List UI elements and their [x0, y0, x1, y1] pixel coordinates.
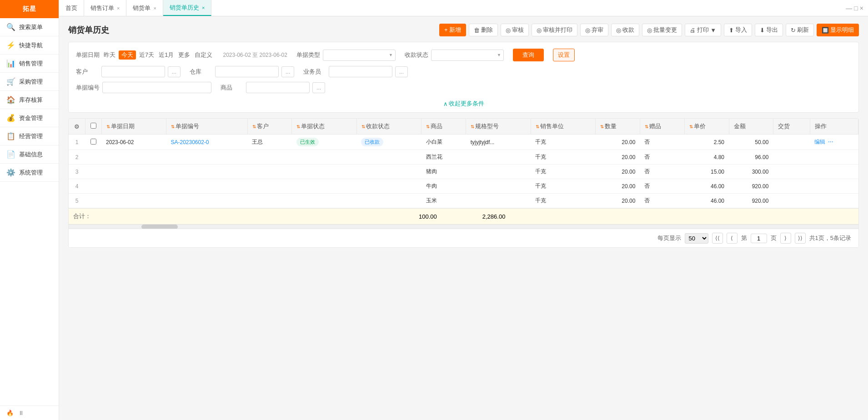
batch-change-button[interactable]: ◎ 批量变更 [642, 24, 682, 36]
refresh-button[interactable]: ↻ 刷新 [786, 24, 814, 36]
filter-row-1: 单据日期 昨天 今天 近7天 近1月 更多 自定义 2023-06-02 至 2… [76, 49, 851, 61]
add-button[interactable]: + 新增 [439, 24, 466, 36]
date-shortcut-today[interactable]: 今天 [119, 50, 136, 60]
next-page-button[interactable]: ⟩ [780, 233, 791, 244]
th-date[interactable]: ⇅单据日期 [101, 119, 166, 135]
th-qty[interactable]: ⇅数量 [596, 119, 640, 135]
filter-warehouse-ellipsis[interactable]: ... [281, 66, 294, 77]
filter-type-select[interactable] [323, 50, 396, 61]
cell-date [101, 165, 166, 179]
cell-checkbox[interactable] [85, 135, 101, 150]
row-checkbox[interactable] [90, 139, 96, 145]
minimize-icon[interactable]: — [846, 5, 852, 12]
date-shortcut-1month[interactable]: 近1月 [157, 50, 175, 60]
th-gift[interactable]: ⇅赠品 [640, 119, 684, 135]
th-transaction[interactable]: 交货 [773, 119, 810, 135]
th-spec[interactable]: ⇅规格型号 [466, 119, 531, 135]
filter-bill-no-input[interactable] [102, 82, 211, 93]
close-window-icon[interactable]: × [860, 5, 863, 12]
filter-customer-ellipsis[interactable]: ... [168, 66, 181, 77]
date-shortcut-custom[interactable]: 自定义 [193, 50, 214, 60]
sidebar-item-finance-mgmt[interactable]: 💰 资金管理 [0, 109, 59, 127]
th-amount[interactable]: 金额 [729, 119, 773, 135]
sidebar-item-sys-mgmt[interactable]: ⚙️ 系统管理 [0, 164, 59, 182]
select-all-checkbox[interactable] [90, 123, 96, 129]
sidebar-item-purchase-mgmt[interactable]: 🛒 采购管理 [0, 73, 59, 91]
query-button[interactable]: 查询 [513, 49, 544, 61]
tab-sales-order[interactable]: 销售订单 × [84, 0, 126, 16]
prev-page-button[interactable]: ⟨ [727, 233, 738, 244]
th-collect-status[interactable]: ⇅收款状态 [356, 119, 421, 135]
sidebar-item-sales-mgmt[interactable]: 📊 销售管理 [0, 55, 59, 73]
gear-icon[interactable]: ⚙ [74, 123, 80, 130]
sidebar-item-search-menu[interactable]: 🔍 搜索菜单 [0, 18, 59, 36]
cell-checkbox[interactable] [85, 194, 101, 208]
tab-sales-history[interactable]: 销货单历史 × [163, 0, 211, 16]
cell-spec [466, 179, 531, 194]
tab-sales-goods[interactable]: 销货单 × [126, 0, 163, 16]
sidebar-item-ops-mgmt[interactable]: 📋 经营管理 [0, 127, 59, 145]
filter-collect-status-select[interactable] [431, 50, 504, 61]
tab-sales-history-close[interactable]: × [202, 5, 205, 10]
th-goods[interactable]: ⇅商品 [421, 119, 466, 135]
tab-sales-goods-close[interactable]: × [153, 5, 156, 11]
abandon-button[interactable]: ◎ 弃审 [580, 24, 608, 36]
print-button[interactable]: 🖨 打印 ▼ [685, 24, 721, 36]
export-button[interactable]: ⬇ 导出 [755, 24, 783, 36]
collapse-button[interactable]: ∧ 收起更多条件 [443, 100, 484, 108]
th-bill-no[interactable]: ⇅单据编号 [166, 119, 247, 135]
settings-button[interactable]: 设置 [553, 49, 575, 61]
filter-goods-label: 商品 [221, 84, 243, 92]
date-shortcut-7days[interactable]: 近7天 [138, 50, 156, 60]
cell-unit: 千克 [531, 194, 595, 208]
th-gear[interactable]: ⚙ [69, 119, 85, 135]
th-unit[interactable]: ⇅销售单位 [531, 119, 595, 135]
cell-checkbox[interactable] [85, 179, 101, 194]
cell-checkbox[interactable] [85, 150, 101, 165]
filter-warehouse-input[interactable] [215, 66, 279, 77]
collect-button[interactable]: ◎ 收款 [611, 24, 639, 36]
th-customer[interactable]: ⇅客户 [247, 119, 292, 135]
cell-checkbox[interactable] [85, 165, 101, 179]
cell-gift: 否 [640, 165, 684, 179]
sidebar-pause-icon[interactable]: ⏸ [18, 410, 24, 416]
th-checkbox[interactable] [85, 119, 101, 135]
audit-print-button[interactable]: ◎ 审核并打印 [532, 24, 577, 36]
page-size-select[interactable]: 50 10 20 100 [685, 233, 708, 244]
filter-salesperson-input[interactable] [329, 66, 392, 77]
audit-button[interactable]: ◎ 审核 [501, 24, 529, 36]
display-detail-button[interactable]: 🔲 显示明细 [817, 24, 859, 36]
cell-price: 15.00 [684, 165, 729, 179]
sidebar-item-base-info[interactable]: 📄 基础信息 [0, 145, 59, 164]
table-row: 1 2023-06-02 SA-20230602-0 王总 已生效 已收款 小白… [69, 135, 858, 150]
import-button[interactable]: ⬆ 导入 [724, 24, 752, 36]
sidebar-fire-icon[interactable]: 🔥 [6, 410, 14, 416]
maximize-icon[interactable]: □ [854, 5, 858, 12]
edit-link[interactable]: 编辑 [814, 139, 825, 145]
cell-goods: 猪肉 [421, 165, 466, 179]
tab-home[interactable]: 首页 [59, 0, 84, 16]
cell-price: 2.50 [684, 135, 729, 150]
delete-button[interactable]: 🗑 删除 [469, 24, 498, 36]
bill-no-link[interactable]: SA-20230602-0 [171, 139, 209, 145]
filter-goods-ellipsis[interactable]: ... [312, 82, 325, 93]
date-shortcut-more[interactable]: 更多 [177, 50, 191, 60]
th-bill-status[interactable]: ⇅单据状态 [292, 119, 356, 135]
audit-label: 审核 [512, 26, 524, 34]
filter-customer-input[interactable] [101, 66, 165, 77]
window-controls[interactable]: — □ × [846, 5, 868, 12]
filter-goods-input[interactable] [246, 82, 310, 93]
scrollbar-placeholder[interactable] [69, 224, 858, 229]
last-page-button[interactable]: ⟩⟩ [795, 233, 806, 244]
sidebar-item-inventory[interactable]: 🏠 库存核算 [0, 91, 59, 109]
more-link[interactable]: ⋯ [828, 139, 833, 145]
bill-status-badge: 已生效 [296, 138, 319, 146]
th-price[interactable]: ⇅单价 [684, 119, 729, 135]
first-page-button[interactable]: ⟨⟨ [712, 233, 723, 244]
filter-salesperson-ellipsis[interactable]: ... [395, 66, 408, 77]
date-shortcut-yesterday[interactable]: 昨天 [102, 50, 117, 60]
tab-sales-order-close[interactable]: × [117, 5, 120, 11]
sidebar-item-quick-nav[interactable]: ⚡ 快捷导航 [0, 36, 59, 55]
page-number-input[interactable]: 1 [751, 234, 767, 243]
filter-salesperson-label: 业务员 [303, 68, 326, 76]
